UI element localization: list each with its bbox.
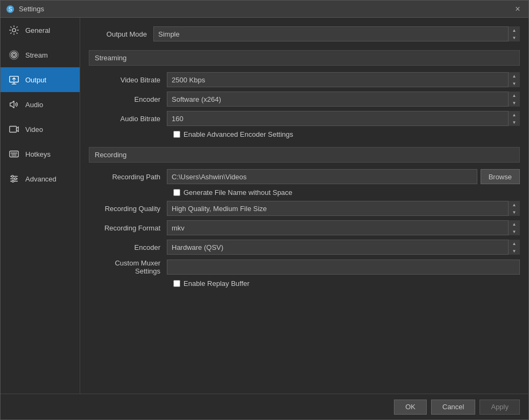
recording-path-row: Recording Path Browse (89, 169, 520, 184)
streaming-encoder-control: Software (x264) ▲ ▼ (167, 92, 520, 107)
sidebar-label-hotkeys: Hotkeys (25, 150, 51, 158)
close-button[interactable]: × (512, 4, 523, 15)
streaming-encoder-row: Encoder Software (x264) ▲ ▼ (89, 92, 520, 107)
recording-encoder-control: Hardware (QSV) ▲ ▼ (167, 240, 520, 255)
generate-filename-checkbox[interactable] (173, 189, 180, 196)
custom-muxer-input[interactable] (167, 260, 520, 275)
video-bitrate-spinner: ▲ ▼ (508, 72, 520, 87)
sidebar-item-hotkeys[interactable]: Hotkeys (1, 142, 80, 166)
recording-encoder-spinner: ▲ ▼ (508, 240, 520, 255)
output-mode-spinner: ▲ ▼ (508, 26, 520, 41)
advanced-icon (8, 173, 20, 185)
audio-bitrate-down[interactable]: ▼ (509, 118, 520, 126)
recording-path-label: Recording Path (89, 173, 167, 181)
recording-format-up[interactable]: ▲ (509, 220, 520, 228)
recording-encoder-row: Encoder Hardware (QSV) ▲ ▼ (89, 240, 520, 255)
sidebar-item-video[interactable]: Video (1, 117, 80, 142)
output-mode-select-wrapper: Simple ▲ ▼ (153, 26, 520, 41)
settings-window: S Settings × General (0, 0, 529, 420)
advanced-encoder-checkbox[interactable] (173, 131, 180, 138)
app-icon: S (6, 5, 15, 13)
streaming-encoder-label: Encoder (89, 95, 167, 103)
cancel-button[interactable]: Cancel (431, 400, 475, 415)
sidebar-label-video: Video (25, 125, 43, 134)
recording-quality-spinner: ▲ ▼ (508, 201, 520, 216)
sidebar-label-output: Output (25, 76, 46, 84)
gear-icon (8, 24, 20, 36)
advanced-encoder-label[interactable]: Enable Advanced Encoder Settings (184, 130, 293, 138)
video-icon (8, 123, 20, 135)
video-bitrate-row: Video Bitrate ▲ ▼ (89, 72, 520, 87)
audio-bitrate-select[interactable]: 160 (167, 111, 520, 126)
recording-format-label: Recording Format (89, 224, 167, 232)
browse-button[interactable]: Browse (481, 169, 520, 184)
recording-encoder-label: Encoder (89, 243, 167, 251)
generate-filename-row: Generate File Name without Space (173, 188, 520, 197)
svg-point-11 (11, 176, 13, 178)
video-bitrate-label: Video Bitrate (89, 76, 167, 84)
streaming-encoder-select[interactable]: Software (x264) (167, 92, 520, 107)
audio-bitrate-spinner: ▲ ▼ (508, 111, 520, 126)
audio-bitrate-label: Audio Bitrate (89, 115, 167, 123)
output-mode-up[interactable]: ▲ (509, 26, 520, 34)
sidebar-item-general[interactable]: General (1, 18, 80, 43)
output-mode-label: Output Mode (89, 30, 153, 38)
replay-buffer-label[interactable]: Enable Replay Buffer (184, 279, 250, 288)
bottom-bar: OK Cancel Apply (1, 394, 528, 419)
sidebar-item-advanced[interactable]: Advanced (1, 166, 80, 191)
output-mode-row: Output Mode Simple ▲ ▼ (89, 26, 520, 41)
recording-quality-down[interactable]: ▼ (509, 208, 520, 216)
recording-format-down[interactable]: ▼ (509, 228, 520, 235)
output-mode-down[interactable]: ▼ (509, 34, 520, 41)
sidebar-item-stream[interactable]: Stream (1, 43, 80, 67)
window-title: Settings (19, 5, 44, 13)
recording-encoder-select[interactable]: Hardware (QSV) (167, 240, 520, 255)
sidebar-label-general: General (25, 26, 50, 34)
svg-point-2 (12, 29, 16, 32)
output-mode-select[interactable]: Simple (153, 26, 520, 41)
streaming-encoder-spinner: ▲ ▼ (508, 92, 520, 107)
video-bitrate-down[interactable]: ▼ (509, 80, 520, 87)
recording-quality-label: Recording Quality (89, 205, 167, 213)
sidebar: General Stream (1, 18, 80, 394)
titlebar: S Settings × (1, 1, 528, 18)
recording-encoder-down[interactable]: ▼ (509, 247, 520, 255)
recording-path-input[interactable] (167, 169, 477, 184)
svg-point-13 (12, 180, 14, 183)
svg-rect-5 (10, 127, 17, 132)
recording-quality-up[interactable]: ▲ (509, 201, 520, 208)
svg-rect-10 (12, 155, 16, 156)
recording-format-select[interactable]: mkv (167, 220, 520, 235)
streaming-section: Streaming Video Bitrate ▲ ▼ Encoder (89, 50, 520, 138)
ok-button[interactable]: OK (394, 400, 427, 415)
streaming-header: Streaming (89, 50, 520, 66)
video-bitrate-input[interactable] (167, 72, 520, 87)
main-content: Output Mode Simple ▲ ▼ Streaming Video B… (80, 18, 528, 394)
sidebar-item-output[interactable]: Output (1, 67, 80, 92)
streaming-encoder-up[interactable]: ▲ (509, 92, 520, 99)
replay-buffer-checkbox[interactable] (173, 280, 180, 287)
sidebar-label-audio: Audio (25, 101, 43, 109)
recording-quality-row: Recording Quality High Quality, Medium F… (89, 201, 520, 216)
custom-muxer-control (167, 260, 520, 275)
streaming-encoder-down[interactable]: ▼ (509, 99, 520, 107)
recording-format-control: mkv ▲ ▼ (167, 220, 520, 235)
recording-section: Recording Recording Path Browse Generate… (89, 147, 520, 288)
advanced-encoder-row: Enable Advanced Encoder Settings (173, 130, 520, 138)
recording-quality-select[interactable]: High Quality, Medium File Size (167, 201, 520, 216)
generate-filename-label[interactable]: Generate File Name without Space (184, 188, 292, 197)
audio-bitrate-up[interactable]: ▲ (509, 111, 520, 118)
custom-muxer-label: Custom Muxer Settings (89, 259, 167, 275)
sidebar-item-audio[interactable]: Audio (1, 92, 80, 117)
svg-rect-8 (13, 152, 15, 153)
apply-button[interactable]: Apply (479, 400, 520, 415)
audio-icon (8, 99, 20, 110)
sidebar-label-advanced: Advanced (25, 175, 57, 183)
custom-muxer-row: Custom Muxer Settings (89, 259, 520, 275)
titlebar-left: S Settings (6, 5, 44, 13)
recording-quality-control: High Quality, Medium File Size ▲ ▼ (167, 201, 520, 216)
output-icon (8, 74, 20, 86)
recording-encoder-up[interactable]: ▲ (509, 240, 520, 247)
video-bitrate-up[interactable]: ▲ (509, 72, 520, 80)
svg-point-12 (15, 178, 17, 180)
